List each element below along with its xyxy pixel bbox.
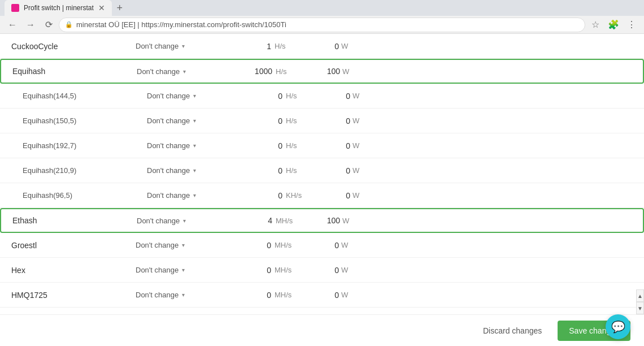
speed-value: 4 (227, 216, 272, 225)
chat-bubble-button[interactable]: 💬 (606, 314, 630, 339)
dropdown-col[interactable]: Don't change ▾ (147, 92, 237, 100)
power-unit: W (350, 92, 373, 100)
power-unit: W (339, 241, 362, 249)
tab-bar: Profit switch | minerstat ✕ + (0, 0, 644, 16)
power-value: 100 (306, 216, 340, 225)
dropdown-col[interactable]: Don't change ▾ (136, 241, 226, 249)
power-unit: W (350, 166, 373, 175)
algo-name: Ethash (12, 216, 137, 225)
dont-change-dropdown[interactable]: Don't change ▾ (147, 141, 196, 150)
speed-unit: H/s (282, 141, 316, 150)
dropdown-col[interactable]: Don't change ▾ (147, 116, 237, 125)
algo-table: CuckooCycle Don't change ▾ 1 H/s 0 W Equ… (0, 34, 644, 332)
scroll-arrows: ▲ ▼ (636, 289, 644, 314)
table-row: Hex Don't change ▾ 0 MH/s 0 W (0, 258, 644, 283)
speed-value: 0 (226, 291, 271, 300)
table-row: Equihash(192,7) Don't change ▾ 0 H/s 0 W (0, 133, 644, 158)
active-tab[interactable]: Profit switch | minerstat ✕ (5, 0, 112, 16)
speed-unit: H/s (271, 42, 305, 50)
speed-value: 0 (226, 241, 271, 250)
algo-name: Equihash(96,5) (23, 191, 147, 200)
dont-change-dropdown[interactable]: Don't change ▾ (137, 67, 186, 76)
speed-value: 0 (226, 266, 271, 275)
power-value: 0 (305, 291, 339, 300)
algo-name: Equihash(150,5) (23, 116, 147, 125)
speed-value: 0 (237, 191, 282, 200)
power-unit: W (340, 217, 363, 225)
dropdown-col[interactable]: Don't change ▾ (147, 166, 237, 175)
dont-change-dropdown[interactable]: Don't change ▾ (147, 92, 196, 100)
dont-change-dropdown[interactable]: Don't change ▾ (136, 241, 185, 249)
power-unit: W (339, 266, 362, 274)
speed-unit: MH/s (271, 291, 305, 299)
table-row: Groestl Don't change ▾ 0 MH/s 0 W (0, 233, 644, 258)
scroll-down-button[interactable]: ▼ (636, 302, 644, 314)
scroll-up-button[interactable]: ▲ (636, 289, 644, 302)
dont-change-dropdown[interactable]: Don't change ▾ (136, 42, 185, 50)
chevron-down-icon: ▾ (182, 43, 185, 49)
chevron-down-icon: ▾ (182, 267, 185, 273)
algo-name: Equihash(192,7) (23, 141, 147, 150)
chevron-down-icon: ▾ (193, 142, 196, 149)
speed-value: 0 (237, 141, 282, 150)
back-button[interactable]: ← (5, 17, 20, 33)
dont-change-dropdown[interactable]: Don't change ▾ (147, 191, 196, 200)
nav-bar: ← → ⟳ 🔒 minerstat OÜ [EE] | https://my.m… (0, 16, 644, 34)
chevron-down-icon: ▾ (193, 93, 196, 99)
power-value: 0 (316, 116, 350, 126)
dont-change-dropdown[interactable]: Don't change ▾ (147, 116, 196, 125)
footer: Discard changes Save changes (0, 314, 644, 346)
speed-unit: H/s (282, 92, 316, 100)
new-tab-button[interactable]: + (112, 0, 128, 16)
table-row: Equihash Don't change ▾ 1000 H/s 100 W (0, 59, 644, 84)
forward-button[interactable]: → (23, 17, 38, 33)
dropdown-col[interactable]: Don't change ▾ (147, 141, 237, 150)
speed-value: 0 (237, 92, 282, 101)
dropdown-col[interactable]: Don't change ▾ (147, 191, 237, 200)
lock-icon: 🔒 (65, 21, 73, 28)
power-unit: W (339, 291, 362, 299)
chevron-down-icon: ▾ (183, 68, 186, 75)
dropdown-col[interactable]: Don't change ▾ (137, 67, 227, 76)
dropdown-col[interactable]: Don't change ▾ (136, 266, 226, 274)
dropdown-col[interactable]: Don't change ▾ (136, 291, 226, 299)
speed-unit: KH/s (282, 191, 316, 200)
dropdown-col[interactable]: Don't change ▾ (137, 217, 227, 225)
power-unit: W (350, 141, 373, 150)
discard-changes-button[interactable]: Discard changes (474, 322, 551, 340)
algo-name: Equihash(144,5) (23, 92, 147, 100)
power-value: 0 (305, 42, 339, 51)
dont-change-dropdown[interactable]: Don't change ▾ (136, 266, 185, 274)
menu-button[interactable]: ⋮ (624, 17, 639, 33)
table-row: Equihash(210,9) Don't change ▾ 0 H/s 0 W (0, 158, 644, 183)
power-unit: W (350, 116, 373, 125)
power-unit: W (350, 191, 373, 200)
speed-value: 0 (237, 166, 282, 175)
reload-button[interactable]: ⟳ (41, 17, 56, 33)
table-row: CuckooCycle Don't change ▾ 1 H/s 0 W (0, 34, 644, 59)
address-text: minerstat OÜ [EE] | https://my.minerstat… (76, 20, 286, 29)
speed-unit: MH/s (271, 241, 305, 249)
speed-value: 1000 (227, 67, 272, 76)
bookmark-button[interactable]: ☆ (588, 17, 603, 33)
extensions-button[interactable]: 🧩 (606, 17, 621, 33)
algo-name: HMQ1725 (11, 291, 136, 300)
table-row: HMQ1725 Don't change ▾ 0 MH/s 0 W (0, 283, 644, 308)
dropdown-col[interactable]: Don't change ▾ (136, 42, 226, 50)
speed-value: 0 (237, 116, 282, 126)
table-row: Equihash(150,5) Don't change ▾ 0 H/s 0 W (0, 109, 644, 133)
speed-unit: H/s (282, 166, 316, 175)
dont-change-dropdown[interactable]: Don't change ▾ (147, 166, 196, 175)
power-value: 100 (306, 67, 340, 76)
power-value: 0 (316, 166, 350, 175)
dont-change-dropdown[interactable]: Don't change ▾ (136, 291, 185, 299)
dont-change-dropdown[interactable]: Don't change ▾ (137, 217, 186, 225)
table-row: Ethash Don't change ▾ 4 MH/s 100 W (0, 208, 644, 233)
chevron-down-icon: ▾ (193, 192, 196, 198)
tab-close-button[interactable]: ✕ (98, 3, 105, 12)
power-unit: W (339, 42, 362, 50)
power-value: 0 (316, 191, 350, 200)
address-bar[interactable]: 🔒 minerstat OÜ [EE] | https://my.minerst… (59, 18, 585, 32)
algo-name: Equihash (12, 67, 137, 76)
chevron-down-icon: ▾ (193, 118, 196, 124)
